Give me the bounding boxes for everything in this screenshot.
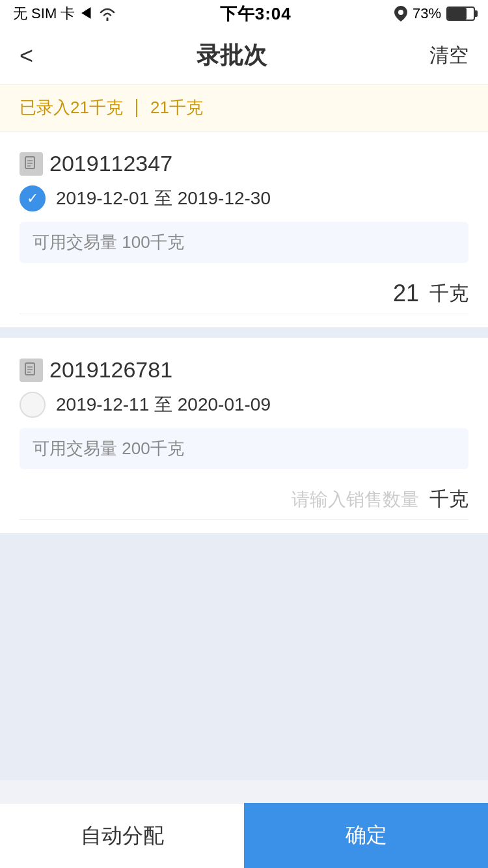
batch-dates-1: 2019-12-01 至 2019-12-30 bbox=[56, 186, 271, 211]
back-button[interactable]: < bbox=[20, 42, 33, 70]
batch-radio-2[interactable] bbox=[20, 392, 46, 418]
page-content: 已录入21千克 21千克 2019112347 ✓ 2019-12-01 至 2… bbox=[0, 85, 488, 845]
batch-row-1[interactable]: ✓ 2019-12-01 至 2019-12-30 bbox=[20, 185, 468, 211]
qty-value-1: 21 bbox=[393, 280, 419, 307]
batch-card-2: 2019126781 2019-12-11 至 2020-01-09 可用交易量… bbox=[0, 338, 488, 533]
location-icon bbox=[394, 6, 407, 21]
batch-header-1: 2019112347 bbox=[20, 151, 468, 176]
available-qty-1: 可用交易量 100千克 bbox=[20, 222, 468, 263]
wifi-icon bbox=[98, 7, 116, 21]
confirm-button[interactable]: 确定 bbox=[244, 803, 488, 868]
batch-id-2: 2019126781 bbox=[49, 357, 172, 383]
batch-header-2: 2019126781 bbox=[20, 357, 468, 383]
qty-unit-1: 千克 bbox=[429, 280, 468, 307]
no-sim-text: 无 SIM 卡 ◀ bbox=[13, 4, 93, 23]
status-bar: 无 SIM 卡 ◀ 下午3:04 73% bbox=[0, 0, 488, 27]
empty-area bbox=[0, 533, 488, 780]
status-right: 73% bbox=[394, 5, 475, 22]
svg-rect-5 bbox=[25, 363, 34, 375]
batch-icon-1 bbox=[20, 152, 43, 176]
battery-icon bbox=[446, 7, 475, 21]
auto-distribute-button[interactable]: 自动分配 bbox=[0, 803, 244, 868]
clear-button[interactable]: 清空 bbox=[429, 42, 468, 69]
qty-input-row-2: 请输入销售数量 千克 bbox=[20, 480, 468, 520]
batch-id-1: 2019112347 bbox=[49, 151, 172, 176]
battery-percent: 73% bbox=[413, 5, 441, 22]
qty-input-row-1: 21 千克 bbox=[20, 273, 468, 314]
svg-point-0 bbox=[398, 10, 403, 15]
check-mark-1: ✓ bbox=[27, 190, 38, 207]
qty-unit-2: 千克 bbox=[429, 486, 468, 513]
batch-card-1: 2019112347 ✓ 2019-12-01 至 2019-12-30 可用交… bbox=[0, 131, 488, 327]
status-time: 下午3:04 bbox=[220, 3, 291, 25]
bottom-bar: 自动分配 确定 bbox=[0, 803, 488, 868]
batch-radio-1[interactable]: ✓ bbox=[20, 185, 46, 211]
status-left: 无 SIM 卡 ◀ bbox=[13, 4, 116, 23]
batch-dates-2: 2019-12-11 至 2020-01-09 bbox=[56, 392, 271, 417]
document-icon-2 bbox=[23, 362, 39, 378]
qty-placeholder-2[interactable]: 请输入销售数量 bbox=[291, 487, 419, 512]
document-icon bbox=[23, 156, 39, 172]
batch-icon-2 bbox=[20, 359, 43, 382]
summary-divider bbox=[136, 99, 137, 117]
recorded-label: 已录入21千克 bbox=[20, 96, 123, 119]
nav-bar: < 录批次 清空 bbox=[0, 27, 488, 85]
svg-rect-1 bbox=[25, 157, 34, 169]
batch-row-2[interactable]: 2019-12-11 至 2020-01-09 bbox=[20, 392, 468, 418]
summary-amount: 21千克 bbox=[150, 96, 203, 119]
summary-banner: 已录入21千克 21千克 bbox=[0, 85, 488, 131]
card-separator bbox=[0, 327, 488, 338]
page-title: 录批次 bbox=[197, 40, 267, 72]
available-qty-2: 可用交易量 200千克 bbox=[20, 428, 468, 469]
